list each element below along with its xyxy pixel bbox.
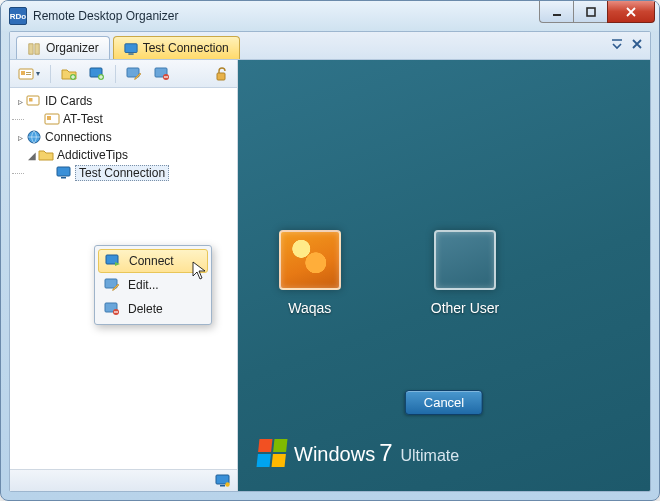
toolbar-edit-button[interactable] bbox=[122, 63, 146, 85]
toolbar-separator bbox=[115, 65, 116, 83]
tree-label: ID Cards bbox=[45, 94, 92, 108]
avatar bbox=[434, 230, 496, 290]
menu-item-delete[interactable]: Delete bbox=[98, 297, 208, 321]
monitor-connect-icon bbox=[105, 253, 121, 269]
sidebar-status-strip bbox=[10, 469, 237, 491]
brand-edition: Ultimate bbox=[401, 447, 460, 465]
minimize-icon bbox=[551, 6, 563, 18]
svg-rect-17 bbox=[29, 98, 33, 102]
tree-node-addictivetips[interactable]: ◢ AddictiveTips bbox=[12, 146, 235, 164]
svg-rect-14 bbox=[164, 76, 168, 77]
app-icon: RDo bbox=[9, 7, 27, 25]
monitor-edit-icon bbox=[104, 277, 120, 293]
app-window: RDo Remote Desktop Organizer Organizer bbox=[0, 0, 660, 501]
toolbar-identity-button[interactable]: ▾ bbox=[14, 63, 44, 85]
close-button[interactable] bbox=[607, 1, 655, 23]
user-tile-waqas[interactable]: Waqas bbox=[279, 230, 341, 316]
svg-rect-6 bbox=[26, 72, 31, 73]
svg-rect-1 bbox=[587, 8, 595, 16]
svg-rect-2 bbox=[125, 43, 137, 52]
menu-label: Delete bbox=[128, 302, 163, 316]
windows-flag-icon bbox=[257, 439, 288, 467]
svg-point-30 bbox=[225, 482, 229, 486]
monitor-delete-icon bbox=[104, 301, 120, 317]
windows-branding: Windows 7 Ultimate bbox=[258, 439, 459, 467]
tab-strip: Organizer Test Connection bbox=[10, 32, 650, 60]
context-menu: Connect Edit... Delete bbox=[94, 245, 212, 325]
svg-rect-29 bbox=[220, 485, 225, 487]
id-card-icon bbox=[44, 111, 60, 127]
toolbar-new-folder-button[interactable] bbox=[57, 63, 81, 85]
folder-plus-icon bbox=[61, 66, 77, 82]
x-icon bbox=[630, 37, 644, 51]
tree-view[interactable]: ▹ ID Cards AT-Test ▹ bbox=[10, 88, 237, 469]
tab-label: Test Connection bbox=[143, 37, 229, 59]
window-title: Remote Desktop Organizer bbox=[33, 9, 178, 23]
menu-label: Connect bbox=[129, 254, 174, 268]
cursor-icon bbox=[192, 261, 208, 284]
tree-node-test-connection[interactable]: Test Connection bbox=[12, 164, 235, 182]
svg-rect-22 bbox=[61, 177, 66, 179]
window-controls bbox=[539, 1, 655, 23]
svg-rect-19 bbox=[47, 116, 51, 120]
minimize-button[interactable] bbox=[539, 1, 573, 23]
monitor-minus-icon bbox=[154, 66, 170, 82]
svg-rect-27 bbox=[114, 311, 118, 312]
svg-rect-3 bbox=[128, 53, 133, 54]
toolbar-separator bbox=[50, 65, 51, 83]
svg-rect-5 bbox=[21, 71, 25, 75]
remote-desktop-view: Waqas Other User Cancel Windows 7 Ultima… bbox=[238, 60, 650, 491]
tree-node-at-test[interactable]: AT-Test bbox=[12, 110, 235, 128]
toolbar-lock-button[interactable] bbox=[209, 63, 233, 85]
brand-text: Windows 7 Ultimate bbox=[294, 439, 459, 467]
svg-rect-21 bbox=[57, 167, 70, 176]
brand-seven: 7 bbox=[379, 439, 392, 467]
monitor-icon bbox=[56, 165, 72, 181]
monitor-icon bbox=[215, 473, 231, 489]
body-split: ▾ bbox=[10, 60, 650, 491]
monitor-pencil-icon bbox=[126, 66, 142, 82]
tab-close-button[interactable] bbox=[630, 37, 644, 51]
tab-strip-controls bbox=[610, 37, 644, 51]
svg-rect-7 bbox=[26, 74, 31, 75]
toolbar-delete-button[interactable] bbox=[150, 63, 174, 85]
user-tiles: Waqas Other User bbox=[238, 230, 650, 316]
client-area: Organizer Test Connection bbox=[9, 31, 651, 492]
user-tile-other[interactable]: Other User bbox=[431, 230, 499, 316]
monitor-icon bbox=[124, 41, 138, 55]
tab-menu-button[interactable] bbox=[610, 37, 624, 51]
folder-icon bbox=[38, 147, 54, 163]
tree-node-id-cards[interactable]: ▹ ID Cards bbox=[12, 92, 235, 110]
disclosure-closed-icon[interactable]: ▹ bbox=[14, 96, 26, 107]
brand-windows: Windows bbox=[294, 443, 375, 466]
tab-label: Organizer bbox=[46, 37, 99, 59]
close-icon bbox=[625, 6, 637, 18]
chevron-down-bar-icon bbox=[610, 37, 624, 51]
svg-rect-15 bbox=[217, 73, 225, 80]
avatar bbox=[279, 230, 341, 290]
globe-icon bbox=[26, 129, 42, 145]
disclosure-closed-icon[interactable]: ▹ bbox=[14, 132, 26, 143]
maximize-icon bbox=[585, 6, 597, 18]
book-icon bbox=[27, 41, 41, 55]
tab-test-connection[interactable]: Test Connection bbox=[113, 36, 240, 59]
unlock-icon bbox=[213, 66, 229, 82]
tree-label: Connections bbox=[45, 130, 112, 144]
svg-rect-0 bbox=[553, 14, 561, 16]
chevron-down-icon: ▾ bbox=[36, 69, 40, 78]
tree-label: AT-Test bbox=[63, 112, 103, 126]
toolbar-new-connection-button[interactable] bbox=[85, 63, 109, 85]
tree-label: AddictiveTips bbox=[57, 148, 128, 162]
tree-node-connections[interactable]: ▹ Connections bbox=[12, 128, 235, 146]
maximize-button[interactable] bbox=[573, 1, 607, 23]
tab-organizer[interactable]: Organizer bbox=[16, 36, 110, 59]
titlebar: RDo Remote Desktop Organizer bbox=[1, 1, 659, 31]
tree-label: Test Connection bbox=[75, 165, 169, 181]
menu-label: Edit... bbox=[128, 278, 159, 292]
user-name: Waqas bbox=[288, 300, 331, 316]
disclosure-open-icon[interactable]: ◢ bbox=[26, 150, 38, 161]
cancel-button[interactable]: Cancel bbox=[405, 390, 483, 415]
svg-rect-16 bbox=[27, 96, 39, 105]
sidebar-toolbar: ▾ bbox=[10, 60, 237, 88]
sidebar: ▾ bbox=[10, 60, 238, 491]
